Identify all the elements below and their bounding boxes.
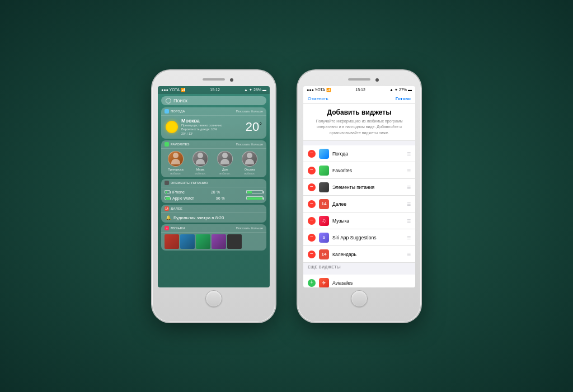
aviasales-app-icon: ✈: [319, 278, 329, 287]
add-widgets-desc: Получайте информацию из любимых программ…: [309, 119, 410, 136]
widget-row-siri: S Siri App Suggestions ≡: [303, 229, 415, 246]
carrier-text: ●●● YOTA: [161, 88, 180, 92]
time-text: 15:12: [210, 88, 220, 92]
drag-handle-weather[interactable]: ≡: [407, 150, 411, 158]
drag-handle-dalye[interactable]: ≡: [407, 200, 411, 208]
favorites-show-more[interactable]: Показать больше: [236, 143, 263, 146]
dalye-app-icon: 14: [319, 199, 329, 209]
drag-handle-battery[interactable]: ≡: [407, 183, 411, 191]
remove-battery-btn[interactable]: [308, 183, 316, 191]
music-thumb-1: [165, 234, 179, 249]
weather-title: ПОГОДА: [165, 109, 185, 114]
drag-handle-music[interactable]: ≡: [407, 217, 411, 225]
active-widgets-section: Погода ≡ Favorites ≡ Элементы питания ≡ …: [303, 145, 415, 263]
nav-bar: Отменить Готово: [303, 94, 415, 104]
right-phone-screen: ●●● YOTA 📶 15:12 ▲ ✦ 27% ▬ Отменить Гото…: [303, 86, 415, 287]
remove-calendar-btn[interactable]: [308, 251, 316, 258]
weather-widget-header: ПОГОДА Показать больше: [161, 107, 266, 116]
battery-text: 28%: [253, 88, 261, 92]
add-aviasales-btn[interactable]: [308, 279, 316, 287]
contact-avatar-oksana: [242, 151, 257, 167]
widget-name-aviasales: Aviasales: [332, 280, 411, 286]
weather-show-more[interactable]: Показать больше: [236, 110, 263, 113]
left-home-button[interactable]: [205, 290, 222, 307]
remove-weather-btn[interactable]: [308, 150, 316, 158]
favorites-header: FAVORITES Показать больше: [161, 140, 266, 149]
dalye-icon: 14: [165, 206, 169, 211]
contact-dan[interactable]: Дан мобильн.: [214, 151, 236, 175]
right-phone-top: [300, 75, 418, 85]
contact-status-princess: мобильн.: [170, 172, 181, 175]
widget-name-favorites: Favorites: [332, 168, 403, 173]
more-widgets-section: ✈ Aviasales 📖 Bookmate ◇ Dropbox ★ For Y…: [303, 275, 415, 287]
drag-handle-siri[interactable]: ≡: [407, 234, 411, 242]
add-widgets-header: Добавить виджеты Получайте информацию из…: [303, 104, 415, 141]
weather-content: Москва Преимущественно солнечно Вероятно…: [161, 116, 266, 139]
weather-app-icon: [319, 149, 329, 159]
left-phone-top: [155, 75, 273, 85]
contact-oksana[interactable]: Оксана мобильн.: [238, 151, 261, 175]
battery-icon-widget: [165, 181, 169, 185]
cancel-button[interactable]: Отменить: [308, 96, 328, 101]
contact-name-mama: Мама: [196, 168, 205, 171]
left-status-bar: ●●● YOTA 📶 15:12 ▲ ✦ 28% ▬: [158, 86, 270, 94]
left-phone-screen: ●●● YOTA 📶 15:12 ▲ ✦ 28% ▬ Поиск ПОГОДА: [158, 86, 270, 287]
drag-handle-favorites[interactable]: ≡: [407, 167, 411, 174]
battery-icon-iphone: [165, 190, 170, 193]
weather-icon: [165, 109, 169, 114]
weather-temp-display: 20°: [246, 120, 262, 134]
wifi-icon: 📶: [181, 88, 186, 92]
right-location-icon: ▲: [389, 88, 393, 92]
widget-name-calendar: Календарь: [332, 252, 403, 257]
favorites-app-icon: [319, 166, 329, 176]
done-button[interactable]: Готово: [396, 96, 411, 101]
speaker: [203, 78, 225, 81]
battery-bar-watch: [246, 196, 263, 200]
search-text: Поиск: [173, 98, 187, 103]
music-thumb-3: [196, 234, 210, 249]
contact-avatar-princess: [168, 151, 184, 167]
temp-unit: °: [259, 121, 262, 129]
weather-range: 20° / 13°: [181, 132, 242, 136]
contact-princess[interactable]: Принцесса мобильн.: [165, 151, 187, 175]
widget-row-dalye: 14 Далее ≡: [303, 196, 415, 212]
widget-row-calendar: 14 Календарь ≡: [303, 246, 415, 263]
music-app-icon: ♫: [319, 216, 329, 226]
search-bar[interactable]: Поиск: [161, 96, 266, 105]
drag-handle-calendar[interactable]: ≡: [407, 251, 411, 258]
battery-title: ЭЛЕМЕНТЫ ПИТАНИЯ: [165, 181, 208, 185]
contact-mama[interactable]: Мама мобильн.: [189, 151, 212, 175]
right-home-button[interactable]: [351, 290, 368, 307]
remove-favorites-btn[interactable]: [308, 167, 316, 174]
bell-icon: 🔔: [166, 215, 171, 220]
battery-watch-percent: 96 %: [216, 196, 225, 200]
widget-row-aviasales: ✈ Aviasales: [303, 275, 415, 287]
battery-iphone-percent: 28 %: [211, 190, 220, 194]
widget-name-weather: Погода: [332, 151, 403, 157]
widget-name-battery: Элементы питания: [332, 185, 403, 190]
music-show-more[interactable]: Показать больше: [236, 226, 263, 230]
remove-music-btn[interactable]: [308, 217, 316, 225]
remove-dalye-btn[interactable]: [308, 200, 316, 208]
dalye-widget: 14 ДАЛЕЕ 🔔 Будильник завтра в 8:20: [161, 205, 266, 223]
right-battery: 27%: [399, 88, 407, 92]
battery-iphone-label: iPhone: [165, 190, 185, 194]
search-icon: [166, 98, 171, 103]
widget-row-weather: Погода ≡: [303, 145, 415, 162]
weather-temp: 20: [246, 120, 259, 134]
music-icon: ♫: [165, 226, 169, 230]
right-battery-icon: ▬: [408, 88, 412, 92]
music-title: ♫ МУЗЫКА: [165, 226, 185, 230]
contact-status-dan: мобильн.: [219, 172, 230, 175]
battery-icon-watch: [165, 196, 170, 200]
remove-siri-btn[interactable]: [308, 234, 316, 242]
battery-watch-label: Apple Watch: [165, 196, 194, 200]
bluetooth-icon: ✦: [249, 88, 252, 92]
contact-status-mama: мобильн.: [195, 172, 205, 175]
widget-name-music: Музыка: [332, 218, 403, 224]
battery-app-icon: [319, 182, 329, 192]
contact-avatar-dan: [217, 151, 233, 167]
dalye-title: 14 ДАЛЕЕ: [165, 206, 182, 211]
dalye-header: 14 ДАЛЕЕ: [161, 205, 266, 213]
right-bluetooth-icon: ✦: [394, 88, 398, 92]
